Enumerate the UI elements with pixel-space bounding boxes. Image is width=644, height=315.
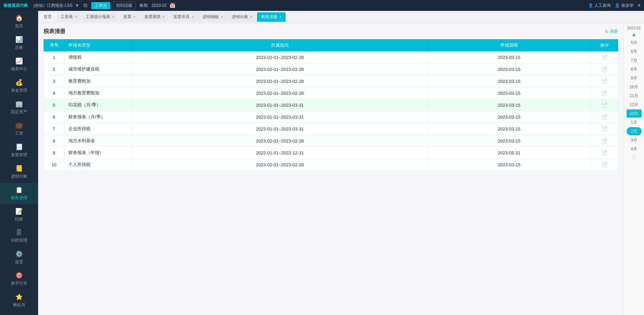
user-avatar[interactable]: 👤 徐涂华: [615, 3, 633, 9]
tab-invoice-issue[interactable]: 发票开具 ×: [169, 12, 198, 22]
cell-deadline: 2023-03-15: [428, 51, 591, 63]
cell-index: 1: [44, 51, 64, 63]
cell-action: 📄: [591, 159, 618, 171]
cell-action: 📄: [591, 87, 618, 99]
timeline-month-8[interactable]: 8月: [627, 65, 642, 73]
sidebar-item-fixed-assets[interactable]: 🏢 固定资产: [0, 97, 38, 118]
tab-tax-register[interactable]: 税表清册 ×: [257, 12, 286, 22]
cell-period: 2023-02-01~2023-02-28: [132, 63, 428, 75]
tab-salary-report-close[interactable]: ×: [112, 15, 114, 19]
cell-period: 2023-01-01~2023-03-31: [132, 111, 428, 123]
sidebar-label-salary: 工资: [15, 131, 23, 136]
tab-salary-close[interactable]: ×: [75, 15, 77, 19]
tab-purchase-ledger[interactable]: 进销台账 ×: [228, 12, 256, 22]
col-deadline: 申报期限: [428, 40, 591, 51]
tab-invoice-calc-close[interactable]: ×: [163, 15, 165, 19]
sidebar-item-purchase-sales[interactable]: 📒 进销台账: [0, 161, 38, 183]
main-layout: 🏠 首页 📊 总账 📈 报表中心 💰 资金管理 🏢 固定资产 💼 工资 🧾 发票…: [0, 11, 644, 315]
app-logo: 畅捷通易代账: [3, 3, 28, 9]
action-icon[interactable]: 📄: [601, 138, 607, 144]
tab-salary-report-label: 工资统计报表: [86, 14, 110, 20]
refresh-button[interactable]: ↻ 刷新: [605, 29, 618, 34]
timeline-month-1[interactable]: 1月: [627, 118, 642, 126]
sidebar-label-member: 畅会员: [13, 302, 25, 308]
tab-tax-register-close[interactable]: ×: [279, 15, 281, 19]
sidebar-item-member[interactable]: ⭐ 畅会员: [0, 290, 38, 311]
cell-type: 财务报表（月/季）: [64, 111, 132, 123]
window-close-button[interactable]: ×: [638, 2, 641, 9]
copy-icon: ⧉: [83, 2, 87, 9]
tab-purchase-audit[interactable]: 进销稽核 ×: [198, 12, 227, 22]
timeline-month-10[interactable]: 10月: [627, 83, 642, 91]
cell-action: 📄: [591, 51, 618, 63]
action-icon[interactable]: 📄: [601, 78, 607, 84]
col-period: 所属期间: [132, 40, 428, 51]
sidebar: 🏠 首页 📊 总账 📈 报表中心 💰 资金管理 🏢 固定资产 💼 工资 🧾 发票…: [0, 11, 38, 315]
archive-icon: 🗄: [16, 229, 22, 236]
sidebar-item-salary[interactable]: 💼 工资: [0, 118, 38, 140]
sidebar-item-settings[interactable]: ⚙️ 设置: [0, 247, 38, 268]
timeline-up-button[interactable]: ▲: [631, 31, 637, 38]
tab-invoice-calc[interactable]: 发票测算 ×: [140, 12, 169, 22]
cell-action: 📄: [591, 147, 618, 159]
timeline-month-9[interactable]: 9月: [627, 74, 642, 82]
switch-old-button[interactable]: 切到旧版: [113, 2, 135, 10]
timeline-month-6[interactable]: 6月: [627, 47, 642, 56]
cell-index: 10: [44, 159, 64, 171]
cell-deadline: 2023-03-15: [428, 159, 591, 171]
table-row: 4 地方教育费附加 2023-02-01~2023-02-28 2023-03-…: [44, 87, 618, 99]
cell-period: 2023-02-01~2023-02-28: [132, 87, 428, 99]
top-bar-right: 👤 人工咨询 👤 徐涂华 ×: [588, 2, 641, 9]
action-icon[interactable]: 📄: [601, 150, 607, 155]
action-icon[interactable]: 📄: [601, 162, 607, 167]
cell-period: 2023-01-01~2023-03-31: [132, 123, 428, 135]
tab-invoice-close[interactable]: ×: [133, 15, 135, 19]
tab-tax-register-label: 税表清册: [261, 14, 277, 20]
tab-purchase-audit-close[interactable]: ×: [221, 15, 223, 19]
tab-invoice-label: 发票: [123, 14, 131, 20]
tab-salary[interactable]: 工资表 ×: [57, 12, 81, 22]
sidebar-item-funds[interactable]: 💰 资金管理: [0, 75, 38, 97]
action-icon[interactable]: 📄: [601, 126, 607, 132]
tab-home[interactable]: 首页: [39, 12, 56, 22]
action-icon[interactable]: 📄: [601, 90, 607, 96]
sidebar-item-invoice[interactable]: 🧾 发票管理: [0, 140, 38, 161]
timeline-down-button[interactable]: ▽: [632, 154, 636, 161]
action-icon[interactable]: 📄: [601, 102, 607, 108]
timeline-month-2[interactable]: 2月: [627, 127, 642, 135]
cell-action: 📄: [591, 123, 618, 135]
action-icon[interactable]: 📄: [601, 114, 607, 120]
salary-icon: 💼: [15, 122, 23, 129]
service-label[interactable]: 👤 人工咨询: [588, 3, 611, 9]
sidebar-item-guide[interactable]: 🎯 新手引导: [0, 268, 38, 290]
sidebar-item-close[interactable]: 📝 结账: [0, 204, 38, 226]
sidebar-item-home[interactable]: 🏠 首页: [0, 11, 38, 32]
page-content: 税表清册 ↻ 刷新 序号 申报表类型 所属期间 申报期限 操作: [38, 23, 644, 315]
workspace-button[interactable]: 工作台: [91, 2, 110, 9]
timeline-year-2023[interactable]: 2023: [627, 109, 642, 118]
calendar-icon[interactable]: 📅: [170, 3, 175, 8]
cell-type: 个人所得税: [64, 159, 132, 171]
sidebar-item-tax[interactable]: 📋 税务管理: [0, 183, 38, 204]
tab-invoice-issue-close[interactable]: ×: [192, 15, 194, 19]
tab-purchase-ledger-close[interactable]: ×: [250, 15, 252, 19]
table-row: 6 财务报表（月/季） 2023-01-01~2023-03-31 2023-0…: [44, 111, 618, 123]
timeline-month-5[interactable]: 5月: [627, 39, 642, 47]
timeline-month-11[interactable]: 11月: [627, 92, 642, 100]
tab-purchase-audit-label: 进销稽核: [203, 14, 219, 20]
action-icon[interactable]: 📄: [601, 55, 607, 60]
sidebar-item-reports[interactable]: 📈 报表中心: [0, 54, 38, 75]
timeline-month-4[interactable]: 4月: [627, 145, 642, 153]
timeline-month-12[interactable]: 12月: [627, 101, 642, 109]
tab-invoice-calc-label: 发票测算: [144, 14, 161, 20]
action-icon[interactable]: 📄: [601, 66, 607, 72]
fixed-assets-icon: 🏢: [15, 100, 23, 108]
tab-salary-report[interactable]: 工资统计报表 ×: [82, 12, 118, 22]
sidebar-item-archive[interactable]: 🗄 归档管理: [0, 226, 38, 247]
company-name: (勿动）江西报垒-LSS: [33, 3, 73, 9]
tab-invoice[interactable]: 发票 ×: [119, 12, 140, 22]
cell-action: 📄: [591, 99, 618, 111]
timeline-month-3[interactable]: 3月: [627, 136, 642, 144]
sidebar-item-ledger[interactable]: 📊 总账: [0, 32, 38, 54]
timeline-month-7[interactable]: 7月: [627, 56, 642, 64]
